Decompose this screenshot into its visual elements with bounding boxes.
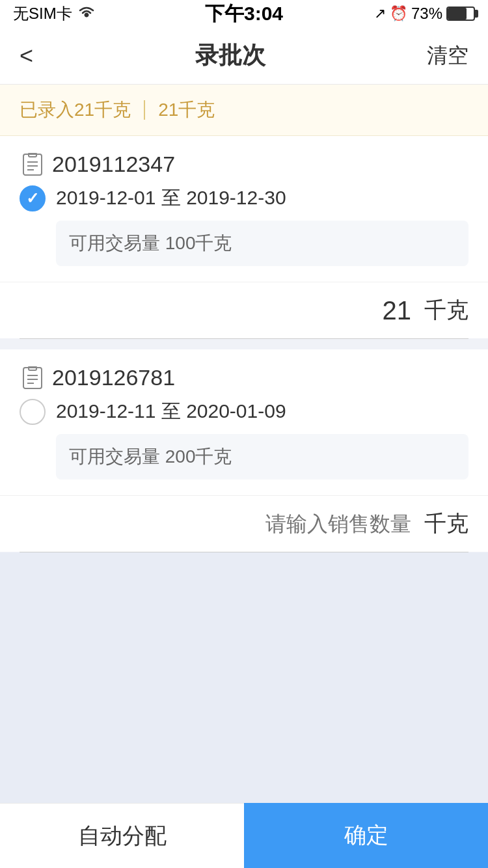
batch2-id: 2019126781	[52, 365, 175, 390]
batch2-date: 2019-12-11 至 2020-01-09	[56, 398, 286, 425]
auto-distribute-button[interactable]: 自动分配	[0, 803, 244, 868]
batch1-date: 2019-12-01 至 2019-12-30	[56, 185, 286, 211]
batch2-available: 可用交易量 200千克	[56, 434, 468, 480]
batch2-unit: 千克	[424, 509, 468, 539]
batch1-quantity-row: 21 千克	[0, 282, 488, 338]
batch1-id: 2019112347	[52, 152, 175, 177]
section-separator	[0, 339, 488, 349]
batch1-unit: 千克	[424, 295, 468, 325]
bottom-bar: 自动分配 确定	[0, 803, 488, 868]
batch1-quantity-area: 21	[383, 296, 412, 325]
recorded-label: 已录入21千克	[20, 98, 131, 122]
batch-item-1: 2019112347 2019-12-01 至 2019-12-30 可用交易量…	[0, 136, 488, 282]
batch2-quantity-input[interactable]	[216, 512, 411, 536]
nav-bar: < 录批次 清空	[0, 27, 488, 85]
location-icon: ↗	[374, 5, 386, 22]
clear-button[interactable]: 清空	[427, 42, 468, 70]
carrier-text: 无SIM卡	[13, 3, 72, 24]
back-button[interactable]: <	[20, 42, 33, 70]
batch2-quantity-area[interactable]	[216, 512, 411, 536]
status-left: 无SIM卡	[13, 3, 96, 24]
batch1-icon	[20, 153, 46, 176]
content-area: 2019112347 2019-12-01 至 2019-12-30 可用交易量…	[0, 136, 488, 868]
batch1-date-row[interactable]: 2019-12-01 至 2019-12-30	[20, 185, 468, 211]
status-right: ↗ ⏰ 73%	[374, 5, 475, 23]
batch1-quantity-value[interactable]: 21	[383, 296, 412, 325]
battery-icon	[446, 7, 475, 21]
batch-item-2: 2019126781 2019-12-11 至 2020-01-09 可用交易量…	[0, 349, 488, 495]
batch2-date-row[interactable]: 2019-12-11 至 2020-01-09	[20, 398, 468, 425]
batch2-header: 2019126781	[20, 365, 468, 390]
status-bar: 无SIM卡 下午3:04 ↗ ⏰ 73%	[0, 0, 488, 27]
confirm-button[interactable]: 确定	[244, 803, 488, 868]
batch1-available: 可用交易量 100千克	[56, 221, 468, 266]
alarm-icon: ⏰	[390, 5, 407, 22]
batch1-header: 2019112347	[20, 152, 468, 177]
recorded-value: 21千克	[158, 98, 215, 122]
batch2-quantity-row: 千克	[0, 495, 488, 552]
status-time: 下午3:04	[205, 1, 283, 27]
wifi-icon	[77, 5, 96, 23]
batch2-icon	[20, 366, 46, 390]
batch1-radio[interactable]	[20, 185, 46, 211]
page-title: 录批次	[195, 40, 265, 72]
battery-text: 73%	[411, 5, 442, 23]
info-divider	[144, 100, 145, 120]
info-banner: 已录入21千克 21千克	[0, 85, 488, 136]
batch2-radio[interactable]	[20, 399, 46, 425]
bottom-gray-area	[0, 552, 488, 826]
